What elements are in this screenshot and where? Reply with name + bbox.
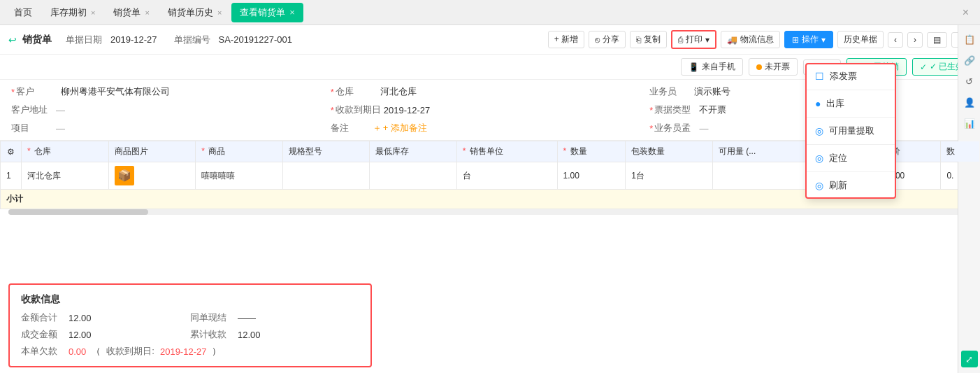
number-label: 单据编号	[174, 34, 210, 46]
tab-inventory-label: 库存期初	[50, 6, 87, 19]
dropdown-item-invoice[interactable]: ☐ 添发票	[807, 64, 895, 88]
cumulative-row: 累计收款 12.00	[190, 328, 359, 341]
owe-row: 本单欠款 0.00 （ 收款到期日: 2019-12-27 ）	[21, 345, 359, 358]
tab-home-label: 首页	[14, 6, 32, 19]
add-note-button[interactable]: ＋ + 添加备注	[373, 122, 427, 134]
clipboard-icon: 📋	[964, 34, 975, 45]
cumulative-value: 12.00	[238, 330, 261, 340]
dropdown-item-available[interactable]: ◎ 可用量提取	[807, 119, 895, 143]
invoice-dot	[756, 64, 762, 70]
print-button[interactable]: ⎙ 打印 ▾	[671, 30, 716, 49]
sidebar-icon-chart[interactable]: 📊	[961, 115, 978, 132]
share-button[interactable]: ⎋ 分享	[589, 31, 626, 48]
warehouse-field: * 仓库 河北仓库	[331, 85, 650, 98]
tab-sales-close[interactable]: ×	[145, 8, 149, 17]
sidebar-icon-link[interactable]: 🔗	[961, 52, 978, 69]
row-no: 1	[1, 162, 22, 190]
tab-view-sales-close[interactable]: ×	[289, 7, 295, 17]
sidebar-icon-refresh[interactable]: ↺	[961, 73, 978, 90]
same-order-label: 同单现结	[190, 311, 232, 324]
warehouse-label: 仓库	[336, 85, 377, 98]
tab-inventory-close[interactable]: ×	[91, 8, 95, 17]
view1-button[interactable]: ▤	[927, 32, 947, 48]
operate-button[interactable]: ⊞ 操作 ▾	[784, 31, 833, 48]
row-product: 嘻嘻嘻嘻	[196, 162, 283, 190]
link-icon: 🔗	[964, 55, 975, 66]
right-sidebar: 📋 🔗 ↺ 👤 📊 ⤢	[958, 25, 980, 373]
nav-prev-button[interactable]: ‹	[888, 32, 903, 48]
total-row: 金额合计 12.00	[21, 311, 190, 324]
warehouse-req: *	[331, 87, 334, 97]
owe-extra: （	[92, 345, 101, 358]
tab-view-sales[interactable]: 查看销货单 ×	[231, 3, 303, 22]
owe-label: 本单欠款	[21, 345, 63, 358]
tab-inventory[interactable]: 库存期初 ×	[42, 3, 103, 22]
tab-view-sales-label: 查看销货单	[240, 6, 285, 19]
col-gear: ⚙	[1, 141, 22, 162]
row-pack-qty: 1台	[626, 162, 713, 190]
horizontal-scrollbar[interactable]	[8, 209, 972, 215]
dropdown-divider-3	[807, 144, 895, 145]
dropdown-refresh-label: 刷新	[829, 179, 847, 192]
refresh-icon: ↺	[965, 76, 973, 87]
payment-date-field: * 收款到期日 2019-12-27	[331, 104, 650, 116]
tab-bar: 首页 库存期初 × 销货单 × 销货单历史 × 查看销货单 × ×	[0, 0, 980, 25]
invoice-status-button[interactable]: 未开票	[749, 58, 798, 76]
close-all-tabs[interactable]: ×	[957, 6, 974, 19]
staff-value: 演示账号	[691, 85, 733, 98]
payment-date-req: *	[331, 105, 334, 115]
toolbar: ↩ 销货单 单据日期 2019-12-27 单据编号 SA-20191227-0…	[0, 25, 980, 55]
staff2-req: *	[649, 123, 653, 134]
truck-icon: 🚚	[727, 35, 737, 45]
radio-empty-icon-2: ◎	[815, 153, 823, 164]
note-field: 备注 ＋ + 添加备注	[331, 122, 650, 134]
checkbox-icon: ☐	[815, 71, 824, 82]
product-image: 📦	[115, 166, 134, 185]
dropdown-outbound-label: 出库	[826, 97, 844, 110]
col-min-stock: 最低库存	[370, 141, 457, 162]
logistics-button[interactable]: 🚚 物流信息	[721, 31, 780, 48]
payment-info-title: 收款信息	[21, 293, 359, 306]
tab-sales-history[interactable]: 销货单历史 ×	[159, 3, 230, 22]
phone-button[interactable]: 📱 来自手机	[681, 58, 743, 76]
ticket-value[interactable]: 不开票	[696, 104, 729, 116]
dropdown-locate-label: 定位	[829, 152, 847, 164]
dropdown-item-locate[interactable]: ◎ 定位	[807, 146, 895, 170]
ticket-label: 票据类型	[654, 104, 696, 116]
dropdown-item-refresh[interactable]: ◎ 刷新	[807, 174, 895, 197]
due-date-value: 2019-12-27	[160, 346, 207, 357]
tab-sales-history-close[interactable]: ×	[217, 8, 222, 17]
sidebar-icon-clipboard[interactable]: 📋	[961, 31, 978, 48]
copy-button[interactable]: ⎗ 复制	[630, 31, 667, 48]
customer-field: * 客户 柳州粤港平安气体有限公司	[11, 85, 331, 98]
payment-date-value[interactable]: 2019-12-27	[381, 105, 433, 115]
row-spec	[282, 162, 370, 190]
new-button[interactable]: + 新增	[548, 31, 584, 48]
dropdown-divider-1	[807, 90, 895, 90]
print-icon: ⎙	[678, 35, 683, 45]
radio-empty-icon-3: ◎	[815, 180, 823, 191]
tab-sales-history-label: 销货单历史	[168, 6, 213, 19]
ticket-req: *	[649, 105, 653, 115]
customer-value[interactable]: 柳州粤港平安气体有限公司	[58, 85, 173, 98]
warehouse-value[interactable]: 河北仓库	[377, 85, 419, 98]
dropdown-item-outbound[interactable]: ● 出库	[807, 92, 895, 115]
payment-date-label: 收款到期日	[336, 104, 381, 116]
deal-label: 成交金额	[21, 328, 63, 341]
row-min-stock	[370, 162, 457, 190]
staff-label: 业务员	[649, 85, 691, 98]
same-order-value: ——	[238, 313, 256, 323]
col-qty: * 数量	[557, 141, 626, 162]
sidebar-icon-user[interactable]: 👤	[961, 94, 978, 111]
sidebar-icon-expand[interactable]: ⤢	[961, 351, 978, 367]
toolbar-right: + 新增 ⎋ 分享 ⎗ 复制 ⎙ 打印 ▾ 🚚 物流信息	[548, 30, 972, 49]
scroll-thumb[interactable]	[8, 209, 148, 215]
print-dropdown-arrow[interactable]: ▾	[705, 35, 709, 45]
history-button[interactable]: 历史单据	[837, 31, 884, 48]
project-label: 项目	[11, 122, 53, 134]
col-product: * 商品	[196, 141, 283, 162]
expand-icon: ⤢	[965, 354, 973, 365]
tab-sales[interactable]: 销货单 ×	[105, 3, 157, 22]
tab-home[interactable]: 首页	[6, 3, 41, 22]
nav-next-button[interactable]: ›	[907, 32, 923, 48]
